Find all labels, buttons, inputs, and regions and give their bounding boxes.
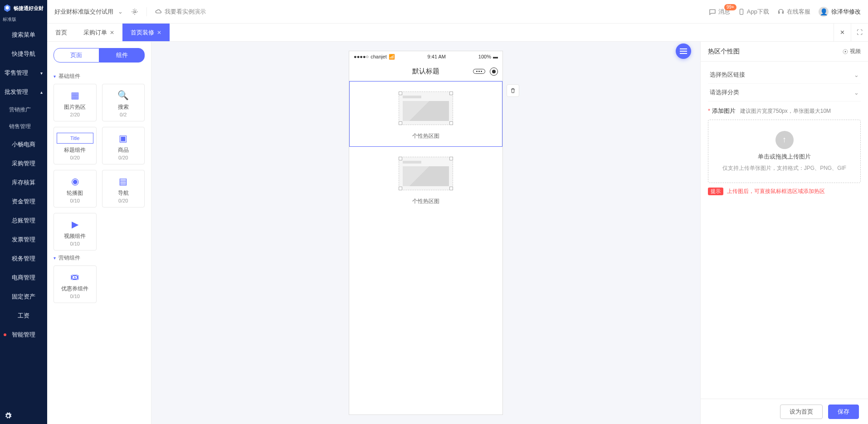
video-icon: ▶ bbox=[57, 219, 93, 230]
add-image-hint: 建议图片宽度750px，单张图最大10M bbox=[740, 107, 831, 115]
sidebar-item-ecommerce-xc[interactable]: 小畅电商 bbox=[0, 135, 47, 154]
divider bbox=[146, 7, 147, 16]
group-basic[interactable]: ▾基础组件 bbox=[54, 72, 145, 80]
tab-home[interactable]: 首页 bbox=[47, 24, 75, 41]
sidebar-item-inventory[interactable]: 库存核算 bbox=[0, 173, 47, 192]
property-inspector: 热区个性图 视频 选择热区链接 ⌄ 请选择分类 ⌄ bbox=[700, 42, 868, 424]
chevron-down-icon: ⌄ bbox=[854, 89, 859, 96]
sidebar-item-smart[interactable]: 智能管理 bbox=[0, 325, 47, 344]
chevron-down-icon: ⌄ bbox=[854, 72, 859, 78]
set-home-button[interactable]: 设为首页 bbox=[780, 405, 823, 419]
sidebar-item-salary[interactable]: 工资 bbox=[0, 306, 47, 325]
comp-coupon[interactable]: 🎟优惠券组件0/10 bbox=[54, 265, 97, 303]
app-download-button[interactable]: App下载 bbox=[738, 8, 769, 16]
canvas-block-1[interactable]: 个性热区图 bbox=[349, 147, 502, 212]
target-icon[interactable] bbox=[490, 67, 498, 76]
trash-icon bbox=[510, 87, 516, 94]
battery-icon: ▬ bbox=[493, 54, 498, 59]
message-icon bbox=[709, 8, 716, 15]
sidebar-item-ledger[interactable]: 总账管理 bbox=[0, 211, 47, 230]
sidebar-item-search-menu[interactable]: 搜索菜单 bbox=[0, 25, 47, 44]
save-button[interactable]: 保存 bbox=[828, 405, 859, 419]
image-placeholder bbox=[399, 92, 453, 125]
tab-purchase-order[interactable]: 采购订单✕ bbox=[75, 24, 122, 41]
field-category[interactable]: 请选择分类 ⌄ bbox=[708, 84, 861, 101]
sidebar-item-assets[interactable]: 固定资产 bbox=[0, 287, 47, 306]
image-icon: ▦ bbox=[57, 90, 93, 101]
close-icon[interactable]: ✕ bbox=[110, 29, 114, 36]
block-label: 个性热区图 bbox=[354, 198, 498, 205]
comp-image-hotspot[interactable]: ▦图片热区2/20 bbox=[54, 84, 97, 121]
canvas-menu-fab[interactable] bbox=[676, 43, 691, 59]
close-icon[interactable]: ✕ bbox=[157, 29, 161, 36]
comp-title[interactable]: Title标题组件0/20 bbox=[54, 127, 97, 164]
status-time: 9:41 AM bbox=[428, 54, 446, 59]
sidebar-settings[interactable] bbox=[0, 408, 47, 424]
support-button[interactable]: 在线客服 bbox=[777, 8, 810, 16]
title-icon: Title bbox=[57, 133, 93, 144]
comp-carousel[interactable]: ◉轮播图0/10 bbox=[54, 170, 97, 207]
add-image-label: 添加图片 bbox=[712, 107, 736, 114]
upload-dropzone[interactable]: ↑ 单击或拖拽上传图片 仅支持上传单张图片，支持格式：JPG、PNG、GIF bbox=[708, 120, 861, 183]
headset-icon bbox=[777, 8, 785, 15]
sidebar-sub-sales[interactable]: 销售管理 bbox=[0, 118, 47, 135]
left-sidebar: 畅捷通好业财 标准版 搜索菜单 快捷导航 零售管理▾ 批发管理▴ 营销推广 销售… bbox=[0, 0, 47, 424]
triangle-down-icon: ▾ bbox=[54, 255, 56, 260]
design-canvas: ●●●●○chanjet📶 9:41 AM 100%▬ 默认标题 bbox=[151, 42, 700, 424]
palette-tab-component[interactable]: 组件 bbox=[99, 48, 145, 63]
more-icon[interactable] bbox=[473, 69, 485, 74]
comp-search[interactable]: 🔍搜索0/2 bbox=[102, 84, 145, 121]
comp-goods[interactable]: ▣商品0/20 bbox=[102, 127, 145, 164]
canvas-block-0[interactable]: 个性热区图 bbox=[349, 81, 502, 147]
comp-video[interactable]: ▶视频组件0/10 bbox=[54, 213, 97, 251]
avatar-icon: 👤 bbox=[819, 7, 829, 17]
sidebar-item-tax[interactable]: 税务管理 bbox=[0, 249, 47, 268]
sidebar-item-funds[interactable]: 资金管理 bbox=[0, 192, 47, 211]
phone-title-bar: 默认标题 bbox=[349, 62, 502, 81]
upload-sub-text: 仅支持上传单张图片，支持格式：JPG、PNG、GIF bbox=[722, 164, 846, 172]
component-palette: 页面 组件 ▾基础组件 ▦图片热区2/20 🔍搜索0/2 Title标题组件0/… bbox=[47, 42, 151, 424]
tab-home-decorate[interactable]: 首页装修✕ bbox=[122, 24, 170, 41]
sidebar-menu: 搜索菜单 快捷导航 零售管理▾ 批发管理▴ 营销推广 销售管理 小畅电商 采购管… bbox=[0, 25, 47, 408]
image-placeholder bbox=[399, 157, 453, 190]
upload-main-text: 单击或拖拽上传图片 bbox=[758, 153, 811, 161]
fullscreen-button[interactable]: ⛶ bbox=[851, 24, 868, 42]
tabs-close-all[interactable]: ✕ bbox=[834, 24, 851, 42]
block-label: 个性热区图 bbox=[354, 132, 497, 140]
sidebar-item-retail[interactable]: 零售管理▾ bbox=[0, 63, 47, 82]
palette-tab-page[interactable]: 页面 bbox=[54, 48, 99, 63]
brand-logo: 畅捷通好业财 bbox=[0, 0, 47, 16]
nav-icon: ▤ bbox=[105, 176, 142, 187]
sidebar-item-ecommerce[interactable]: 电商管理 bbox=[0, 268, 47, 287]
triangle-down-icon: ▾ bbox=[54, 74, 56, 79]
sidebar-item-invoice[interactable]: 发票管理 bbox=[0, 230, 47, 249]
mobile-icon bbox=[738, 8, 745, 15]
chevron-down-icon: ▾ bbox=[40, 71, 43, 76]
field-hotspot-link[interactable]: 选择热区链接 ⌄ bbox=[708, 66, 861, 84]
brand-edition: 标准版 bbox=[0, 16, 47, 25]
sidebar-item-wholesale[interactable]: 批发管理▴ bbox=[0, 82, 47, 101]
cloud-icon bbox=[155, 8, 162, 15]
chevron-up-icon: ▴ bbox=[40, 90, 43, 95]
product-selector[interactable]: 好业财标准版交付试用 ⌄ bbox=[54, 8, 123, 16]
phone-status-bar: ●●●●○chanjet📶 9:41 AM 100%▬ bbox=[349, 51, 502, 62]
coupon-icon: 🎟 bbox=[57, 271, 93, 282]
user-menu[interactable]: 👤 徐泽华修改 bbox=[819, 7, 861, 17]
sidebar-item-purchase[interactable]: 采购管理 bbox=[0, 154, 47, 173]
wifi-icon: 📶 bbox=[389, 54, 395, 60]
inspector-footer: 设为首页 保存 bbox=[701, 399, 868, 424]
delete-block-button[interactable] bbox=[507, 84, 519, 97]
menu-icon bbox=[680, 48, 687, 54]
header-settings[interactable] bbox=[131, 8, 138, 15]
messages-button[interactable]: 消息 99+ bbox=[709, 8, 730, 16]
inspector-video-link[interactable]: 视频 bbox=[843, 48, 861, 55]
play-icon bbox=[843, 49, 848, 54]
comp-nav[interactable]: ▤导航0/20 bbox=[102, 170, 145, 207]
demo-link[interactable]: 我要看实例演示 bbox=[155, 8, 206, 16]
upload-icon: ↑ bbox=[775, 131, 794, 149]
message-count-badge: 99+ bbox=[724, 4, 736, 10]
sidebar-item-quick-nav[interactable]: 快捷导航 bbox=[0, 44, 47, 63]
tip-text: 上传图后，可直接鼠标框选区域添加热区 bbox=[727, 188, 825, 195]
group-marketing[interactable]: ▾营销组件 bbox=[54, 254, 145, 262]
sidebar-sub-marketing[interactable]: 营销推广 bbox=[0, 101, 47, 118]
